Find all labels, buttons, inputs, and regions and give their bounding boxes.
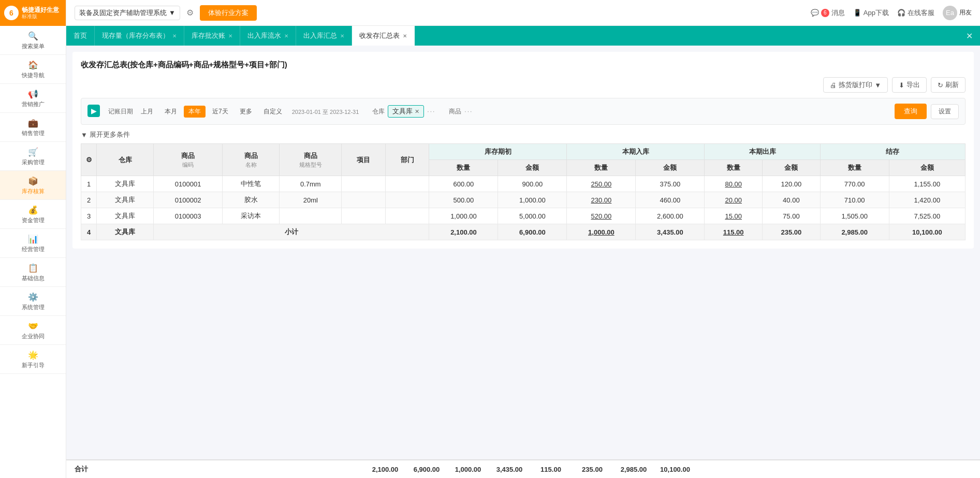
total-bal-amt: 10,100.00	[654, 466, 696, 473]
sidebar-item-system[interactable]: ⚙️系统管理	[0, 287, 66, 316]
content-card: 收发存汇总表(按仓库+商品编码+商品+规格型号+项目+部门) 🖨 拣货版打印 ▼…	[72, 52, 974, 249]
tab-inout-summary[interactable]: 出入库汇总✕	[296, 26, 352, 46]
refresh-label: 刷新	[945, 80, 959, 90]
tab-close-inout-flow[interactable]: ✕	[284, 33, 288, 39]
sidebar-item-marketing[interactable]: 📢营销推广	[0, 84, 66, 113]
product-more-dots[interactable]: ···	[464, 108, 473, 115]
tab-inout-flow[interactable]: 出入库流水✕	[240, 26, 296, 46]
system-selector[interactable]: 装备及固定资产辅助管理系统 ▼	[75, 6, 180, 20]
tab-close-inventory-dist[interactable]: ✕	[172, 33, 177, 39]
sales-icon: 💼	[28, 118, 38, 128]
col-dept: 部门	[385, 144, 429, 176]
row-in-amt: 460.00	[636, 192, 705, 208]
col-group-inbound: 本期入库	[567, 144, 705, 160]
shortcut-more[interactable]: 更多	[235, 106, 257, 118]
col-project: 项目	[342, 144, 386, 176]
footer-bar: 合计 2,100.00 6,900.00 1,000.00 3,435.00 1…	[66, 459, 980, 478]
date-filter-group: 记账日期 上月 本月 本年 近7天 更多 自定义	[108, 106, 287, 118]
app-download-action[interactable]: 📱 App下载	[853, 8, 889, 18]
tab-recv-send-summary[interactable]: 收发存汇总表✕	[352, 26, 415, 46]
shortcut-custom[interactable]: 自定义	[259, 106, 287, 118]
basicinfo-icon: 📋	[28, 263, 38, 273]
basicinfo-label: 基础信息	[22, 274, 45, 282]
page-title: 收发存汇总表(按仓库+商品编码+商品+规格型号+项目+部门)	[81, 60, 966, 70]
tab-label-batch-ledger: 库存批次账	[192, 31, 225, 40]
tab-batch-ledger[interactable]: 库存批次账✕	[184, 26, 240, 46]
data-table: ⚙ 仓库 商品编码 商品名称 商品规格型号 项目 部门 库存期初 本期入库 本期…	[81, 143, 966, 240]
message-icon: 💬	[811, 9, 819, 17]
col-opening-amt: 金额	[498, 160, 567, 176]
row-dept	[385, 176, 429, 192]
page-content: 收发存汇总表(按仓库+商品编码+商品+规格型号+项目+部门) 🖨 拣货版打印 ▼…	[66, 46, 980, 459]
col-group-outbound: 本期出库	[705, 144, 820, 160]
system-label: 系统管理	[22, 303, 45, 311]
online-service-action[interactable]: 🎧 在线客服	[897, 8, 934, 18]
row-out-qty[interactable]: 15.00	[705, 208, 763, 224]
row-in-qty[interactable]: 520.00	[567, 208, 636, 224]
row-out-qty[interactable]: 80.00	[705, 176, 763, 192]
row-out-qty[interactable]: 20.00	[705, 192, 763, 208]
refresh-button[interactable]: ↻ 刷新	[931, 77, 966, 93]
user-action[interactable]: Ea 用友	[943, 6, 972, 20]
expand-conditions-button[interactable]: ▼ 展开更多条件	[81, 130, 966, 139]
close-all-tabs-button[interactable]: ✕	[959, 31, 980, 41]
tab-close-inout-summary[interactable]: ✕	[340, 33, 344, 39]
row-in-qty[interactable]: 230.00	[567, 192, 636, 208]
shortcut-last-month[interactable]: 上月	[136, 106, 158, 118]
print-icon: 🖨	[830, 81, 837, 89]
col-warehouse: 仓库	[97, 144, 154, 176]
sidebar-item-enterprise[interactable]: 🤝企业协同	[0, 316, 66, 345]
settings-button[interactable]: 设置	[931, 104, 959, 119]
tab-label-inout-summary: 出入库汇总	[303, 31, 337, 40]
tab-home[interactable]: 首页	[66, 26, 95, 46]
export-button[interactable]: ⬇ 导出	[892, 77, 927, 93]
sidebar-item-inventory[interactable]: 📦库存核算	[0, 171, 66, 200]
shortcut-this-year[interactable]: 本年	[184, 106, 206, 118]
phone-icon: 📱	[853, 9, 861, 17]
row-opening-amt: 1,000.00	[498, 192, 567, 208]
subtotal-in-amt: 3,435.00	[636, 224, 705, 240]
message-action[interactable]: 💬 6 消息	[811, 8, 845, 18]
date-range: 2023-01-01 至 2023-12-31	[292, 108, 359, 116]
filter-toggle-button[interactable]: ▶	[87, 105, 100, 117]
sidebar-item-operations[interactable]: 📊经营管理	[0, 229, 66, 258]
row-spec: 0.7mm	[280, 176, 342, 192]
tab-inventory-dist[interactable]: 现存量（库存分布表）✕	[95, 26, 184, 46]
row-no: 3	[81, 208, 97, 224]
message-label: 消息	[831, 8, 845, 18]
sidebar-item-basicinfo[interactable]: 📋基础信息	[0, 258, 66, 287]
subtotal-in-qty[interactable]: 1,000.00	[567, 224, 636, 240]
expand-label: 展开更多条件	[90, 130, 130, 139]
warehouse-more-dots[interactable]: ···	[427, 108, 435, 115]
table-body: 1 文具库 0100001 中性笔 0.7mm 600.00 900.00 25…	[81, 176, 966, 240]
shortcut-last7days[interactable]: 近7天	[208, 106, 233, 118]
warehouse-filter-label: 仓库	[372, 107, 385, 116]
row-out-amt: 75.00	[763, 208, 821, 224]
finance-label: 资金管理	[22, 216, 45, 224]
warehouse-tag-close[interactable]: ✕	[415, 108, 419, 115]
total-out-amt: 235.00	[572, 466, 613, 473]
experience-btn[interactable]: 体验行业方案	[200, 5, 257, 21]
sidebar-item-quicknav[interactable]: 🏠快捷导航	[0, 55, 66, 84]
col-opening-qty: 数量	[429, 160, 498, 176]
inventory-label: 库存核算	[22, 187, 45, 195]
row-in-qty[interactable]: 250.00	[567, 176, 636, 192]
sidebar-item-search[interactable]: 🔍搜索菜单	[0, 26, 66, 55]
query-button[interactable]: 查询	[895, 104, 927, 119]
print-mode-button[interactable]: 🖨 拣货版打印 ▼	[823, 77, 888, 93]
shortcut-this-month[interactable]: 本月	[160, 106, 182, 118]
system-selector-arrow: ▼	[169, 9, 175, 17]
table-settings-col[interactable]: ⚙	[81, 144, 97, 176]
tab-close-recv-send-summary[interactable]: ✕	[403, 33, 407, 39]
sidebar-item-purchase[interactable]: 🛒采购管理	[0, 142, 66, 171]
subtotal-opening-amt: 6,900.00	[498, 224, 567, 240]
sidebar: 6 畅捷通好生意 标准版 🔍搜索菜单🏠快捷导航📢营销推广💼销售管理🛒采购管理📦库…	[0, 0, 66, 478]
subtotal-out-qty[interactable]: 115.00	[705, 224, 763, 240]
settings-icon[interactable]: ⚙	[186, 8, 194, 18]
tab-close-batch-ledger[interactable]: ✕	[228, 33, 232, 39]
operations-label: 经营管理	[22, 245, 45, 253]
sidebar-item-newguide[interactable]: 🌟新手引导	[0, 345, 66, 374]
sidebar-item-sales[interactable]: 💼销售管理	[0, 113, 66, 142]
sidebar-item-finance[interactable]: 💰资金管理	[0, 200, 66, 229]
col-out-qty: 数量	[705, 160, 763, 176]
